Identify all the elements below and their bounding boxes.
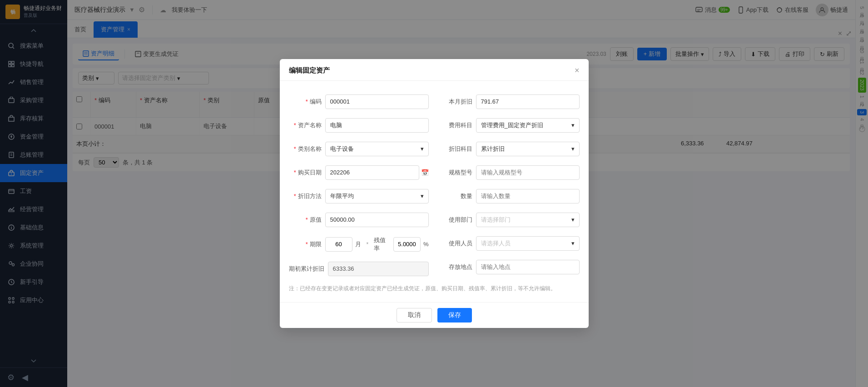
modal-left-column: 编码 资产名称 类别名称 电子设备 ▾ (289, 90, 429, 281)
modal-footer: 取消 保存 (280, 302, 589, 328)
period-label: 期限 (289, 240, 322, 248)
form-row-department: 使用部门 请选择部门 ▾ (440, 208, 580, 232)
quantity-input[interactable] (476, 189, 580, 203)
modal-note: 注：已经存在变更记录或者对应固定资产已经生成凭证，原值、购买日期、残值率、累计折… (289, 281, 580, 293)
depreciation-subject-label: 折旧科目 (440, 145, 472, 153)
modal-body: 编码 资产名称 类别名称 电子设备 ▾ (280, 81, 589, 302)
depreciation-method-label: 折旧方法 (289, 192, 322, 200)
form-row-quantity: 数量 (440, 184, 580, 208)
modal-right-column: 本月折旧 费用科目 管理费用_固定资产折旧 ▾ 折旧科目 (440, 90, 580, 281)
period-input[interactable] (325, 237, 352, 252)
chevron-down-icon: ▾ (421, 145, 424, 152)
purchase-date-label: 购买日期 (289, 169, 322, 177)
form-row-asset-name: 资产名称 (289, 114, 429, 137)
modal-close-btn[interactable]: × (575, 66, 580, 74)
user-label: 使用人员 (440, 239, 472, 248)
form-row-code: 编码 (289, 90, 429, 114)
original-value-input[interactable] (325, 213, 429, 227)
chevron-down-icon: ▾ (571, 145, 575, 152)
depreciation-method-select[interactable]: 年限平均 ▾ (325, 189, 429, 203)
form-row-category: 类别名称 电子设备 ▾ (289, 137, 429, 161)
residual-rate-label: 残值率 (374, 236, 391, 253)
form-row-expense-subject: 费用科目 管理费用_固定资产折旧 ▾ (440, 114, 580, 137)
form-row-depreciation-subject: 折旧科目 累计折旧 ▾ (440, 137, 580, 161)
department-select[interactable]: 请选择部门 ▾ (476, 213, 580, 227)
department-label: 使用部门 (440, 216, 472, 224)
initial-depreciation-input[interactable] (328, 262, 429, 276)
form-row-location: 存放地点 (440, 255, 580, 279)
save-button[interactable]: 保存 (437, 308, 472, 322)
edit-asset-modal: 编辑固定资产 × 编码 资产名称 (280, 59, 589, 328)
depreciation-subject-select[interactable]: 累计折旧 ▾ (476, 142, 580, 156)
form-row-original-value: 原值 (289, 208, 429, 232)
location-label: 存放地点 (440, 263, 472, 271)
form-row-monthly-depreciation: 本月折旧 (440, 90, 580, 114)
expense-subject-label: 费用科目 (440, 121, 472, 129)
monthly-depreciation-label: 本月折旧 (440, 98, 472, 106)
modal-header: 编辑固定资产 × (280, 59, 589, 81)
form-row-depreciation-method: 折旧方法 年限平均 ▾ (289, 184, 429, 208)
location-input[interactable] (476, 260, 580, 274)
original-value-label: 原值 (289, 216, 322, 224)
asterisk: * (367, 241, 369, 248)
form-row-purchase-date: 购买日期 📅 (289, 161, 429, 184)
expense-subject-select[interactable]: 管理费用_固定资产折旧 ▾ (476, 118, 580, 133)
residual-rate-input[interactable] (393, 237, 421, 252)
category-select[interactable]: 电子设备 ▾ (325, 142, 429, 156)
asset-name-label: 资产名称 (289, 121, 322, 129)
cancel-button[interactable]: 取消 (397, 308, 432, 322)
form-row-period: 期限 月 * 残值率 % (289, 232, 429, 257)
chevron-down-icon: ▾ (421, 193, 424, 199)
category-label: 类别名称 (289, 145, 322, 153)
spec-model-label: 规格型号 (440, 169, 472, 177)
form-row-user: 使用人员 请选择人员 ▾ (440, 232, 580, 255)
monthly-depreciation-input[interactable] (476, 94, 580, 109)
initial-depreciation-label: 期初累计折旧 (289, 265, 324, 273)
quantity-label: 数量 (440, 192, 472, 200)
form-row-spec-model: 规格型号 (440, 161, 580, 184)
period-unit: 月 (355, 240, 361, 248)
asset-name-input[interactable] (325, 118, 429, 133)
modal-title: 编辑固定资产 (289, 66, 330, 75)
calendar-icon[interactable]: 📅 (421, 169, 429, 176)
residual-rate-unit: % (423, 241, 429, 248)
purchase-date-input[interactable] (325, 165, 419, 180)
chevron-down-icon: ▾ (571, 240, 575, 247)
chevron-down-icon: ▾ (571, 122, 575, 129)
spec-model-input[interactable] (476, 165, 580, 180)
code-label: 编码 (289, 98, 322, 106)
form-row-initial-depreciation: 期初累计折旧 (289, 257, 429, 281)
user-select[interactable]: 请选择人员 ▾ (476, 236, 580, 251)
modal-overlay: 编辑固定资产 × 编码 资产名称 (0, 0, 868, 387)
code-input[interactable] (325, 94, 429, 109)
chevron-down-icon: ▾ (571, 216, 575, 223)
